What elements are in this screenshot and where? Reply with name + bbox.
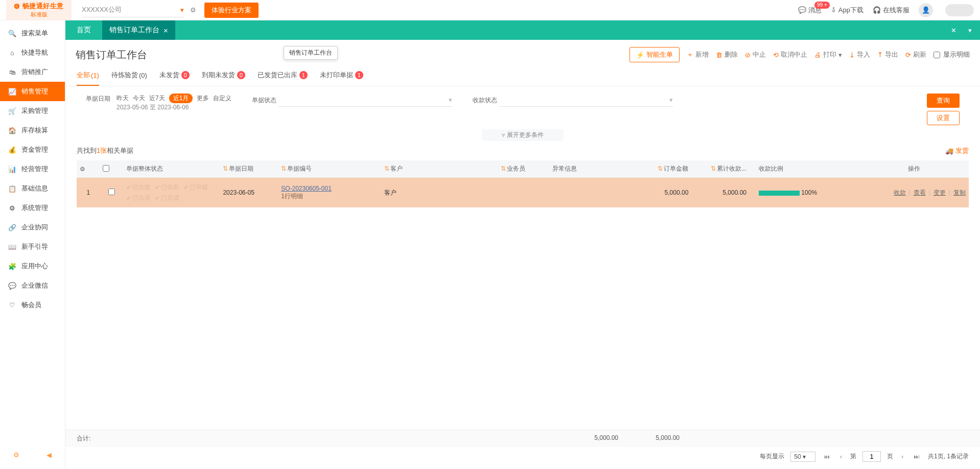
print-button[interactable]: 🖨打印 ▾ [814, 50, 842, 59]
row-ratio: 100% [801, 189, 817, 196]
new-button[interactable]: ＋新增 [687, 50, 709, 59]
tab-close-all-icon[interactable]: ✕ [946, 23, 961, 37]
sidebar-item-quicknav[interactable]: ⌂快捷导航 [0, 43, 65, 62]
company-select[interactable]: XXXXXX公司 ▾ [82, 3, 184, 17]
sidebar-item-system[interactable]: ⚙系统管理 [0, 198, 65, 218]
sidebar-item-baseinfo[interactable]: 📋基础信息 [0, 179, 65, 198]
row-received: 5,000.00 [697, 178, 756, 208]
sidebar-item-apps[interactable]: 🧩应用中心 [0, 256, 65, 276]
pager-page-input[interactable] [862, 451, 881, 462]
import-button[interactable]: ⤓导入 [849, 50, 870, 59]
collapse-icon[interactable]: ◀ [46, 451, 52, 459]
pay-status-select[interactable]: ▾ [499, 93, 673, 107]
op-view[interactable]: 查看 [914, 189, 926, 197]
doc-status-select[interactable]: ▾ [278, 93, 452, 107]
found-count: 1张 [97, 146, 107, 155]
sidebar-item-sales[interactable]: 📈销售管理 [0, 82, 65, 101]
date-quick-today[interactable]: 今天 [133, 94, 145, 103]
sidebar-item-marketing[interactable]: 🛍营销推广 [0, 62, 65, 82]
tab-home[interactable]: 首页 [65, 20, 102, 40]
date-quick-7d[interactable]: 近7天 [149, 94, 165, 103]
settings-icon[interactable]: ⚙ [13, 451, 19, 459]
sidebar-item-search[interactable]: 🔍搜索菜单 [0, 24, 65, 43]
order-number-link[interactable]: SO-20230605-001 [281, 185, 332, 192]
select-all-checkbox[interactable] [103, 165, 109, 172]
expand-more-filters[interactable]: ▿ 展开更多条件 [482, 129, 564, 141]
col-settings[interactable]: ⚙ [77, 160, 100, 178]
date-quick-more[interactable]: 更多 [197, 94, 209, 103]
sidebar-item-inventory[interactable]: 🏠库存核算 [0, 121, 65, 140]
date-quick-custom[interactable]: 自定义 [213, 94, 231, 103]
online-support-label: 在线客服 [883, 6, 909, 15]
subtab-unshipped[interactable]: 未发货0 [159, 67, 190, 86]
show-detail-checkbox[interactable] [934, 52, 940, 58]
subtab-all[interactable]: 全部(1) [77, 67, 99, 86]
smart-generate-button[interactable]: ⚡智能生单 [629, 47, 680, 62]
sidebar-item-vip[interactable]: ♡畅会员 [0, 295, 65, 315]
tab-sales-order-workbench[interactable]: 销售订单工作台 × [102, 20, 175, 40]
wechat-icon: 💬 [8, 282, 16, 290]
pager-prev[interactable]: ‹ [838, 453, 844, 460]
company-name: XXXXXX公司 [82, 5, 122, 14]
settings-button[interactable]: 设置 [927, 111, 960, 125]
col-exception[interactable]: 异常信息 [549, 160, 640, 178]
delete-button[interactable]: 🗑删除 [716, 50, 738, 59]
date-quick-yesterday[interactable]: 昨天 [116, 94, 129, 103]
online-support-link[interactable]: 🎧 在线客服 [873, 6, 909, 15]
col-label: 业务员 [507, 165, 525, 172]
trash-icon: 🗑 [716, 51, 722, 59]
col-status[interactable]: 单据整体状态 [123, 160, 220, 178]
row-checkbox[interactable] [108, 189, 115, 195]
op-copy[interactable]: 复制 [953, 189, 966, 197]
pager-perpage-label: 每页显示 [760, 452, 784, 461]
apps-icon: 🧩 [8, 262, 16, 270]
sidebar-item-wechat[interactable]: 💬企业微信 [0, 276, 65, 295]
col-number[interactable]: ⇅单据编号 [278, 160, 381, 178]
pager-last[interactable]: ⏭ [912, 453, 922, 460]
pager-perpage-select[interactable]: 50 ▾ [790, 452, 815, 462]
sidebar-item-newbie[interactable]: 📖新手引导 [0, 237, 65, 256]
subtab-pending-pick[interactable]: 待拣验货(0) [111, 67, 147, 86]
export-button[interactable]: ⤒导出 [877, 50, 898, 59]
chart-icon: 📊 [8, 165, 16, 173]
col-date[interactable]: ⇅单据日期 [220, 160, 278, 178]
close-icon[interactable]: × [164, 26, 168, 35]
col-order-amount[interactable]: ⇅订单金额 [640, 160, 698, 178]
table-row[interactable]: 1 ✔ 已生效 ✔ 已收款 ✔ 已审核 ✔ 已出库 ✔ 已完成 [77, 178, 969, 208]
messages-link[interactable]: 💬 消息 99 + [798, 6, 822, 15]
pager-perpage-value: 50 [794, 453, 801, 460]
search-button[interactable]: 查询 [927, 93, 960, 108]
pager-first[interactable]: ⏮ [822, 453, 832, 460]
pager-next[interactable]: › [899, 453, 905, 460]
sidebar-item-collab[interactable]: 🔗企业协同 [0, 218, 65, 237]
avatar-dropdown[interactable] [945, 4, 974, 16]
col-received[interactable]: ⇅累计收款... [697, 160, 756, 178]
subtab-label: 未打印单据 [320, 71, 353, 80]
gear-icon[interactable]: ⚙ [190, 6, 196, 14]
sidebar-item-operation[interactable]: 📊经营管理 [0, 159, 65, 179]
app-download-link[interactable]: ⇩ App下载 [831, 6, 864, 15]
op-change[interactable]: 变更 [934, 189, 946, 197]
tab-more-icon[interactable]: ▾ [963, 23, 977, 37]
date-quick-1m[interactable]: 近1月 [169, 93, 193, 103]
avatar[interactable]: 👤 [919, 3, 933, 17]
chevron-down-icon: ▾ [180, 6, 184, 14]
ship-button[interactable]: 🚚发货 [945, 146, 969, 155]
sidebar-item-funds[interactable]: 💰资金管理 [0, 140, 65, 159]
ship-label: 发货 [955, 146, 969, 155]
cancel-suspend-button[interactable]: ⟲取消中止 [773, 50, 807, 59]
status-chip: 已出库 [132, 194, 151, 202]
row-index: 1 [77, 178, 100, 208]
refresh-button[interactable]: ⟳刷新 [905, 50, 926, 59]
col-salesperson[interactable]: ⇅业务员 [498, 160, 549, 178]
subtab-unprinted[interactable]: 未打印单据1 [320, 67, 363, 86]
sidebar-item-purchase[interactable]: 🛒采购管理 [0, 101, 65, 121]
subtab-shipped[interactable]: 已发货已出库1 [258, 67, 308, 86]
op-receive[interactable]: 收款 [894, 189, 906, 197]
col-ratio[interactable]: 收款比例 [756, 160, 859, 178]
try-industry-button[interactable]: 体验行业方案 [204, 3, 259, 18]
suspend-button[interactable]: ⊘中止 [745, 50, 766, 59]
col-customer[interactable]: ⇅客户 [381, 160, 497, 178]
subtab-overdue-unshipped[interactable]: 到期未发货0 [202, 67, 245, 86]
show-detail-toggle[interactable]: 显示明细 [934, 50, 970, 59]
